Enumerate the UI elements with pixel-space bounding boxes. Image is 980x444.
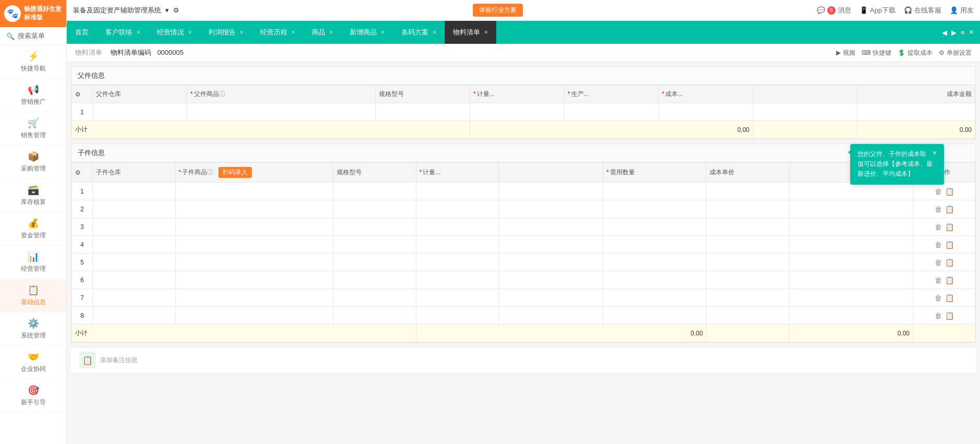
tab-operations-status-close[interactable]: ×	[188, 29, 192, 36]
tab-customer-close[interactable]: ×	[137, 29, 140, 36]
tab-next-icon[interactable]: ▶	[949, 29, 959, 37]
tab-operations-history-close[interactable]: ×	[291, 29, 295, 36]
child-row-1-qty[interactable]	[603, 183, 706, 200]
child-row-8-copy-icon[interactable]: 📋	[945, 311, 954, 320]
sidebar-item-operations[interactable]: 📊 经营管理	[0, 246, 66, 279]
child-row-5-delete-icon[interactable]: 🗑	[935, 258, 942, 267]
child-row-7-delete-icon[interactable]: 🗑	[935, 294, 942, 302]
search-menu[interactable]: 🔍 搜索菜单	[0, 27, 66, 45]
sidebar-item-enterprise[interactable]: 🤝 企业协同	[0, 346, 66, 379]
sidebar-item-system[interactable]: ⚙️ 系统管理	[0, 313, 66, 346]
tab-customer[interactable]: 客户联络 ×	[97, 21, 149, 44]
logo-text: 畅捷通好生意 标准版	[24, 5, 62, 21]
child-row-1-product[interactable]	[175, 183, 333, 200]
child-row-7-copy-icon[interactable]: 📋	[945, 294, 954, 302]
child-row-1-unit-cost[interactable]	[706, 183, 789, 200]
child-row-8-delete-icon[interactable]: 🗑	[935, 311, 942, 320]
child-row-4-copy-icon[interactable]: 📋	[945, 241, 954, 249]
sidebar-item-marketing[interactable]: 📢 营销推广	[0, 79, 66, 112]
scan-input-button[interactable]: 扫码录入	[218, 167, 252, 178]
child-row-2-unit[interactable]	[416, 200, 499, 218]
child-row-1-delete-icon[interactable]: 🗑	[935, 187, 942, 196]
tab-products-close[interactable]: ×	[329, 29, 333, 36]
tab-barcode-close[interactable]: ×	[433, 29, 436, 36]
child-row-2-delete-icon[interactable]: 🗑	[935, 205, 942, 213]
parent-row-1-warehouse[interactable]	[93, 103, 187, 121]
tab-products[interactable]: 商品 ×	[303, 21, 341, 44]
tab-menu-icon[interactable]: ≡	[959, 29, 967, 37]
tab-prev-icon[interactable]: ◀	[940, 29, 949, 37]
tab-bom[interactable]: 物料清单 ×	[445, 21, 496, 44]
tab-profit-report-close[interactable]: ×	[240, 29, 243, 36]
sidebar-item-quick-nav[interactable]: ⚡ 快捷导航	[0, 45, 66, 79]
video-action[interactable]: ▶ 视频	[836, 49, 855, 57]
parent-row-1-cost[interactable]	[658, 103, 753, 121]
message-icon: 💬	[817, 6, 825, 14]
sidebar-item-inventory[interactable]: 🗃️ 库存核算	[0, 179, 66, 212]
parent-row-1-unit[interactable]	[470, 103, 564, 121]
child-row-5-copy-icon[interactable]: 📋	[945, 258, 954, 267]
app-download-button[interactable]: 📱 App下载	[860, 6, 896, 15]
sidebar-item-finance[interactable]: 💰 资金管理	[0, 212, 66, 246]
child-row-1-copy-icon[interactable]: 📋	[945, 187, 954, 196]
settings-icon[interactable]: ⚙	[173, 6, 179, 14]
sidebar-item-basic-info[interactable]: 📋 基础信息	[0, 279, 66, 313]
parent-row-1-num: 1	[72, 103, 93, 121]
child-row-2-product[interactable]	[175, 200, 333, 218]
child-col-settings[interactable]: ⚙	[72, 163, 93, 183]
user-button[interactable]: 👤 用友	[950, 6, 974, 15]
child-row-1-warehouse[interactable]	[93, 183, 176, 200]
tab-operations-history[interactable]: 经营历程 ×	[252, 21, 303, 44]
parent-row-1-production[interactable]	[564, 103, 658, 121]
single-settings-action[interactable]: ⚙ 单据设置	[939, 49, 972, 57]
parent-subtotal-amount: 0.00	[857, 121, 975, 139]
tab-profit-report[interactable]: 利润报告 ×	[200, 21, 252, 44]
sidebar-item-sales[interactable]: 🛒 销售管理	[0, 112, 66, 146]
child-row-2-unit-cost[interactable]	[706, 200, 789, 218]
child-row-3-copy-icon[interactable]: 📋	[945, 223, 954, 231]
child-row-4-delete-icon[interactable]: 🗑	[935, 241, 942, 249]
shortcut-action[interactable]: ⌨ 快捷键	[862, 49, 891, 57]
sales-icon: 🛒	[28, 117, 39, 129]
child-row-2-spec[interactable]	[333, 200, 416, 218]
main-area: 装备及固定资产辅助管理系统 ▾ ⚙ 体验行业方案 💬 6 消息 📱 App下载 …	[67, 0, 980, 444]
app-logo: 🐾 畅捷通好生意 标准版	[0, 0, 66, 27]
cost-action[interactable]: 💲 提取成本	[898, 49, 933, 57]
tooltip-close-button[interactable]: ×	[933, 149, 937, 157]
parent-col-unit: *计量...	[470, 86, 564, 103]
child-row-6-delete-icon[interactable]: 🗑	[935, 276, 942, 284]
parent-subtotal-label: 小计	[72, 121, 470, 139]
parent-row-1-product[interactable]	[187, 103, 375, 121]
tab-home[interactable]: 首页	[67, 21, 97, 44]
child-row-3-delete-icon[interactable]: 🗑	[935, 223, 942, 231]
parent-row-1-spec[interactable]	[375, 103, 470, 121]
child-col-qty: *需用数量	[603, 163, 706, 183]
parent-col-empty	[753, 86, 857, 103]
child-col-unit-cost: 成本单价	[706, 163, 789, 183]
add-note-icon[interactable]: 📋	[79, 352, 96, 368]
tab-bom-close[interactable]: ×	[484, 29, 488, 36]
tab-operations-status[interactable]: 经营情况 ×	[149, 21, 200, 44]
child-row-1-unit[interactable]	[416, 183, 499, 200]
child-subtotal-qty-value: 0.00	[416, 325, 706, 342]
child-row-1-empty	[499, 183, 603, 200]
sidebar-item-purchase[interactable]: 📦 采购管理	[0, 146, 66, 179]
parent-col-warehouse: 父件仓库	[93, 86, 187, 103]
child-row-2-qty[interactable]	[603, 200, 706, 218]
shortcut-icon: ⌨	[862, 49, 871, 56]
tab-close-all-icon[interactable]: ×	[967, 28, 976, 37]
tab-barcode[interactable]: 条码方案 ×	[393, 21, 445, 44]
message-badge: 6	[827, 6, 836, 15]
tab-new-product-close[interactable]: ×	[381, 29, 385, 36]
topbar-left: 装备及固定资产辅助管理系统 ▾ ⚙	[73, 6, 179, 15]
parent-col-settings[interactable]: ⚙	[72, 86, 93, 103]
child-row-2-warehouse[interactable]	[93, 200, 176, 218]
trial-button[interactable]: 体验行业方案	[473, 4, 523, 17]
online-service-button[interactable]: 🎧 在线客服	[904, 6, 941, 15]
child-row-2-copy-icon[interactable]: 📋	[945, 205, 954, 213]
child-row-1-spec[interactable]	[333, 183, 416, 200]
message-button[interactable]: 💬 6 消息	[817, 6, 851, 15]
child-row-6-copy-icon[interactable]: 📋	[945, 276, 954, 284]
sidebar-item-guide[interactable]: 🎯 新手引导	[0, 379, 66, 413]
tab-new-product[interactable]: 新增商品 ×	[341, 21, 393, 44]
